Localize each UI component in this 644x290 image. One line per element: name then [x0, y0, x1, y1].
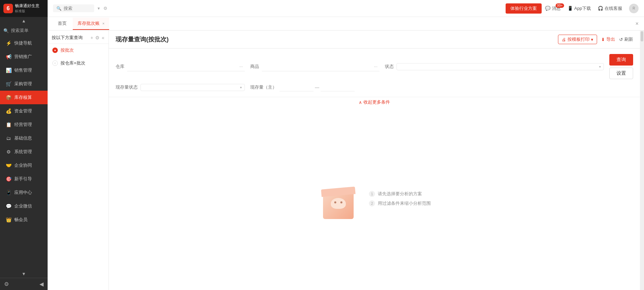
settings-button[interactable]: 设置	[609, 68, 633, 79]
sidebar-item-operations[interactable]: 📋 经营管理	[0, 118, 48, 131]
marketing-icon: 📢	[5, 54, 12, 60]
system-icon: ⚙	[5, 149, 12, 155]
topbar-dropdown-icon[interactable]: ▾	[98, 6, 100, 11]
search-icon: 🔍	[3, 28, 9, 33]
topbar-settings-icon[interactable]: ⚙	[103, 6, 107, 11]
export-button[interactable]: ⬇ 导出	[601, 36, 615, 42]
experience-industry-button[interactable]: 体验行业方案	[506, 3, 542, 14]
product-label: 商品	[250, 64, 259, 70]
inactive-scheme-dot: ○	[52, 60, 58, 66]
sidebar-item-finance[interactable]: 💰 资金管理	[0, 104, 48, 118]
right-scrollbar[interactable]	[640, 31, 644, 290]
status-dropdown-arrow: ▾	[599, 65, 601, 69]
inventory-qty-min-input[interactable]	[279, 83, 313, 91]
online-service-item[interactable]: 🎧 在线客服	[598, 5, 622, 12]
collapse-bar[interactable]: ∧ 收起更多条件	[109, 97, 640, 107]
query-button[interactable]: 查询	[609, 54, 633, 66]
user-avatar[interactable]: R	[629, 4, 639, 13]
messages-item[interactable]: 💬 消息 99+	[545, 5, 561, 12]
sidebar-scroll-down[interactable]: ▼	[0, 270, 48, 278]
scheme-add-button[interactable]: +	[90, 35, 93, 40]
enterprise-icon: 🤝	[5, 162, 12, 168]
tab-home[interactable]: 首页	[53, 18, 71, 30]
scheme-item-by-warehouse-batch[interactable]: ○ 按仓库+批次	[48, 57, 108, 70]
sidebar-item-basic-info[interactable]: 🗂 基础信息	[0, 131, 48, 145]
product-more-btn[interactable]: ···	[374, 64, 377, 69]
app-download-icon: 📱	[567, 6, 573, 11]
tab-inventory-batch[interactable]: 库存批次账 ×	[73, 18, 109, 30]
scheme-collapse-icon[interactable]: «	[102, 35, 104, 40]
sidebar-item-purchase[interactable]: 🛒 采购管理	[0, 77, 48, 91]
page-title: 现存量查询(按批次)	[116, 35, 169, 48]
warehouse-input-wrapper[interactable]: ···	[127, 62, 245, 71]
quick-nav-icon: ⚡	[5, 40, 12, 46]
inventory-qty-label: 现存量（主）	[250, 84, 277, 90]
sidebar-item-app-center[interactable]: 📱 应用中心	[0, 186, 48, 199]
warehouse-label: 仓库	[116, 64, 124, 70]
refresh-button[interactable]: ↺ 刷新	[619, 36, 633, 42]
product-input-wrapper[interactable]: ···	[262, 62, 379, 71]
inventory-icon: 📦	[5, 94, 12, 101]
filter-row-1: 仓库 ··· 商品 ···	[116, 54, 633, 79]
topbar-search-input[interactable]	[64, 6, 91, 11]
sidebar-item-marketing[interactable]: 📢 营销推广	[0, 50, 48, 64]
inventory-qty-filter: 现存量（主） —	[250, 83, 379, 91]
sidebar-item-enterprise-wechat[interactable]: 💬 企业微信	[0, 199, 48, 213]
app-logo: 6	[3, 4, 13, 13]
print-dropdown-icon[interactable]: ▾	[591, 37, 593, 42]
warehouse-input[interactable]	[129, 62, 239, 70]
topbar-search-icon: 🔍	[56, 6, 62, 11]
topbar-icons: 💬 消息 99+ 📱 App下载 🎧 在线客服 R	[545, 4, 639, 13]
product-filter: 商品 ···	[250, 62, 379, 71]
active-scheme-dot: ●	[52, 48, 58, 53]
home-tab-label: 首页	[58, 20, 67, 26]
active-tab-label: 库存批次账	[78, 20, 100, 26]
scheme-settings-icon[interactable]: ⚙	[95, 35, 100, 40]
box-face	[331, 198, 346, 209]
hint-num-2: 2	[369, 200, 375, 206]
product-input[interactable]	[264, 62, 374, 70]
sidebar-item-enterprise[interactable]: 🤝 企业协同	[0, 159, 48, 172]
sidebar-scroll-up[interactable]: ▲	[0, 17, 48, 25]
empty-illustration	[318, 178, 359, 219]
sidebar-item-quick-nav[interactable]: ⚡ 快捷导航	[0, 36, 48, 50]
app-download-item[interactable]: 📱 App下载	[567, 5, 591, 12]
sidebar-search[interactable]: 🔍 搜索菜单	[0, 25, 48, 36]
export-icon: ⬇	[601, 37, 605, 42]
sidebar-item-sales[interactable]: 📊 销售管理	[0, 64, 48, 77]
sidebar-collapse-icon[interactable]: ◀	[39, 281, 44, 287]
scrollbar-thumb[interactable]	[641, 31, 643, 41]
empty-hint-2: 2 用过滤条件来缩小分析范围	[369, 200, 431, 206]
sidebar-item-member[interactable]: 👑 畅会员	[0, 213, 48, 226]
sidebar-item-newbie[interactable]: 🎯 新手引导	[0, 172, 48, 186]
inventory-qty-max-input[interactable]	[321, 83, 355, 91]
sidebar-item-system[interactable]: ⚙ 系统管理	[0, 145, 48, 159]
finance-icon: 💰	[5, 108, 12, 114]
warehouse-filter: 仓库 ···	[116, 62, 245, 71]
newbie-icon: 🎯	[5, 176, 12, 182]
print-icon: 🖨	[562, 37, 566, 42]
scheme-panel: 按以下方案查询 + ⚙ « ● 按批次 ○ 按仓库+批次	[48, 31, 109, 290]
message-icon: 💬	[545, 6, 550, 11]
tab-close-icon[interactable]: ×	[102, 21, 104, 25]
status-filter: 状态 ▾	[385, 63, 604, 70]
empty-state: 1 请先选择要分析的方案 2 用过滤条件来缩小分析范围	[109, 107, 640, 290]
sidebar-header: 6 畅康通好生意 标准版	[0, 0, 48, 17]
print-button[interactable]: 🖨 按模板打印 ▾	[558, 35, 597, 44]
status-select[interactable]: ▾	[396, 63, 604, 70]
purchase-icon: 🛒	[5, 81, 12, 87]
sidebar-item-inventory[interactable]: 📦 库存核算	[0, 91, 48, 104]
warehouse-more-btn[interactable]: ···	[239, 64, 243, 69]
collapse-arrow-icon: ∧	[359, 100, 362, 105]
tab-panel-close-icon[interactable]: ×	[635, 21, 639, 27]
scheme-item-by-batch[interactable]: ● 按批次	[48, 44, 108, 57]
sidebar-settings-icon[interactable]: ⚙	[4, 281, 9, 287]
inventory-status-select[interactable]: ▾	[140, 84, 245, 91]
topbar-search-box[interactable]: 🔍	[53, 4, 94, 12]
filter-row-2: 现存量状态 ▾ 现存量（主） —	[116, 83, 633, 91]
headset-icon: 🎧	[598, 6, 603, 11]
inventory-status-label: 现存量状态	[116, 84, 138, 90]
sidebar-nav: ⚡ 快捷导航 📢 营销推广 📊 销售管理 🛒 采购管理 📦 库存核算 💰 资金管…	[0, 36, 48, 270]
scheme-by-batch-label: 按批次	[61, 47, 74, 53]
empty-hint-1: 1 请先选择要分析的方案	[369, 191, 431, 197]
